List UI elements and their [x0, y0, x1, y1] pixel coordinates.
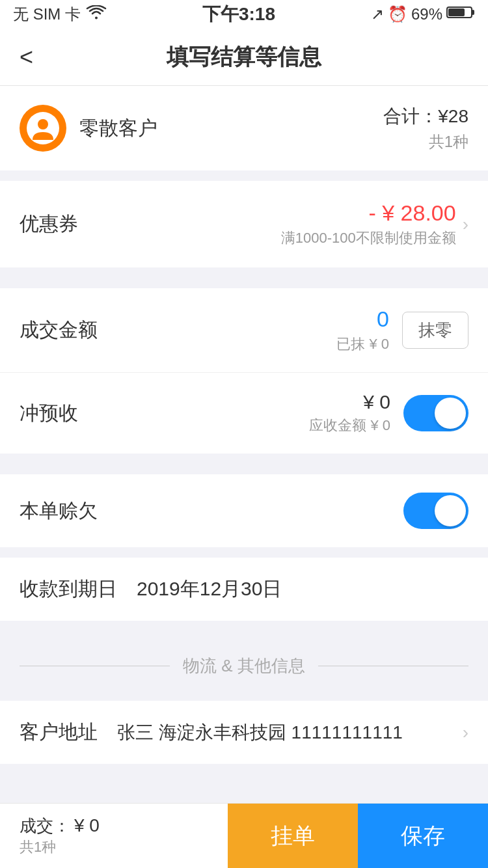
debt-row: 本单赊欠	[0, 474, 488, 547]
svg-rect-2	[448, 8, 465, 16]
no-sim-text: 无 SIM 卡	[13, 4, 81, 25]
bottom-count: 共1种	[20, 837, 208, 857]
amount-section: 成交金额 0 已抹 ¥ 0 抹零 冲预收 ¥ 0 应收金额 ¥ 0	[0, 288, 488, 454]
page-title: 填写结算等信息	[167, 42, 321, 72]
due-date-row: 收款到期日 2019年12月30日	[0, 558, 488, 621]
bottom-deal-row: 成交： ¥ 0	[20, 815, 208, 837]
due-date-value: 2019年12月30日	[137, 576, 282, 603]
transaction-amount-row: 成交金额 0 已抹 ¥ 0 抹零	[0, 288, 488, 373]
coupon-value-wrapper: - ¥ 28.00 满1000-100不限制使用金额	[281, 200, 456, 248]
logistics-line-left	[20, 666, 170, 666]
chevron-right-icon: ›	[463, 214, 468, 235]
save-label: 保存	[401, 821, 445, 851]
coupon-label: 优惠券	[20, 211, 78, 237]
customer-total: 合计：¥28 共1种	[383, 104, 468, 152]
status-left: 无 SIM 卡	[13, 4, 107, 25]
address-chevron-icon: ›	[463, 722, 468, 743]
prepay-label: 冲预收	[20, 400, 78, 427]
save-button[interactable]: 保存	[358, 804, 488, 869]
coupon-description: 满1000-100不限制使用金额	[281, 228, 456, 248]
prepay-amount-wrapper: ¥ 0 应收金额 ¥ 0	[309, 391, 390, 435]
status-time: 下午3:18	[202, 2, 275, 27]
due-date-label: 收款到期日	[20, 576, 117, 603]
round-zero-button[interactable]: 抹零	[402, 312, 468, 349]
transaction-amount-value: 0	[336, 306, 389, 332]
logistics-line-right	[318, 666, 468, 666]
address-label: 客户地址	[20, 719, 98, 746]
hold-order-button[interactable]: 挂单	[228, 804, 358, 869]
prepay-toggle[interactable]	[403, 395, 468, 431]
status-bar: 无 SIM 卡 下午3:18 ↗ ⏰ 69%	[0, 0, 488, 29]
amount-value-wrapper: 0 已抹 ¥ 0	[336, 306, 389, 354]
status-right: ↗ ⏰ 69%	[371, 5, 475, 23]
address-value: 张三 海淀永丰科技园 11111111111	[117, 720, 463, 745]
bottom-deal-label: 成交：	[20, 815, 70, 837]
customer-avatar	[20, 105, 66, 152]
bottom-info: 成交： ¥ 0 共1种	[0, 815, 228, 857]
battery-text: 69%	[411, 5, 442, 23]
debt-label: 本单赊欠	[20, 498, 98, 524]
nav-bar: < 填写结算等信息	[0, 29, 488, 86]
prepay-sub: 应收金额 ¥ 0	[309, 416, 390, 435]
bottom-bar: 成交： ¥ 0 共1种 挂单 保存	[0, 803, 488, 868]
customer-left: 零散客户	[20, 105, 157, 152]
logistics-section: 物流 & 其他信息	[0, 642, 488, 690]
transaction-amount-sub: 已抹 ¥ 0	[336, 334, 389, 354]
address-row[interactable]: 客户地址 张三 海淀永丰科技园 11111111111 ›	[0, 701, 488, 764]
divider-2	[0, 464, 488, 474]
coupon-section: 优惠券 - ¥ 28.00 满1000-100不限制使用金额 ›	[0, 181, 488, 267]
svg-point-3	[38, 119, 48, 129]
battery-icon	[446, 5, 475, 23]
debt-toggle-knob	[435, 495, 466, 526]
transaction-amount-label: 成交金额	[20, 317, 98, 344]
divider-3	[0, 631, 488, 642]
alarm-icon: ⏰	[388, 5, 407, 23]
divider-1	[0, 278, 488, 288]
customer-name: 零散客户	[79, 115, 157, 142]
svg-rect-1	[472, 10, 474, 15]
customer-row: 零散客户 合计：¥28 共1种	[0, 86, 488, 170]
logistics-label: 物流 & 其他信息	[183, 655, 305, 677]
prepay-amount: ¥ 0	[309, 391, 390, 413]
total-count: 共1种	[383, 131, 468, 152]
transaction-amount-right: 0 已抹 ¥ 0 抹零	[336, 306, 468, 354]
hold-order-label: 挂单	[271, 821, 315, 851]
coupon-right: - ¥ 28.00 满1000-100不限制使用金额 ›	[281, 200, 468, 248]
location-icon: ↗	[371, 5, 384, 23]
bottom-deal-amount: ¥ 0	[74, 815, 100, 836]
prepay-row: 冲预收 ¥ 0 应收金额 ¥ 0	[0, 373, 488, 454]
debt-section: 本单赊欠	[0, 474, 488, 547]
coupon-discount: - ¥ 28.00	[281, 200, 456, 226]
wifi-icon	[86, 5, 107, 23]
avatar-icon	[27, 112, 59, 144]
debt-toggle[interactable]	[403, 493, 468, 529]
coupon-row[interactable]: 优惠券 - ¥ 28.00 满1000-100不限制使用金额 ›	[0, 181, 488, 267]
total-amount: 合计：¥28	[383, 104, 468, 129]
toggle-knob	[435, 398, 466, 429]
back-button[interactable]: <	[20, 44, 33, 71]
prepay-right: ¥ 0 应收金额 ¥ 0	[309, 391, 468, 435]
